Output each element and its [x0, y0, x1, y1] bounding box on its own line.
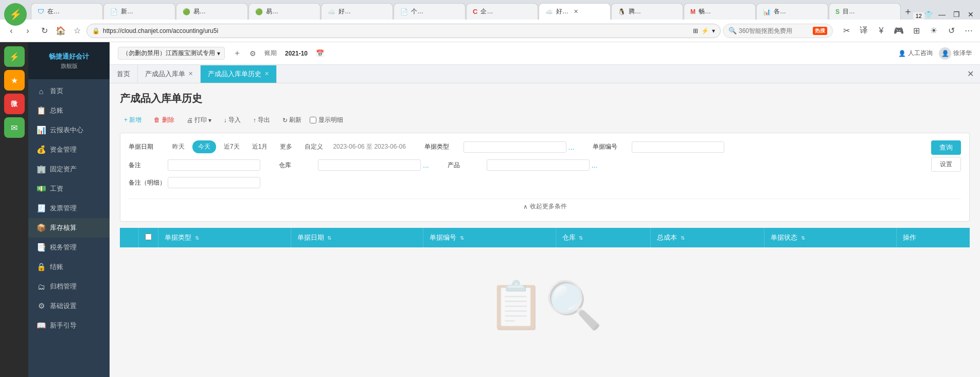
- home-button[interactable]: 🏠: [54, 24, 68, 38]
- tab[interactable]: 📄 新…: [103, 3, 175, 20]
- sidebar-weibo-icon[interactable]: 微: [4, 94, 25, 114]
- grid2-button[interactable]: ⊞: [909, 24, 923, 38]
- collapse-filter-button[interactable]: ∧ 收起更多条件: [129, 199, 961, 214]
- tab2-close-icon[interactable]: ✕: [264, 70, 269, 77]
- breadcrumb-tab2[interactable]: 产成品入库单历史 ✕: [201, 65, 277, 83]
- dropdown-icon[interactable]: ▾: [712, 27, 715, 34]
- tab-close-8[interactable]: ✕: [574, 8, 578, 15]
- sort-cost-icon[interactable]: ⇅: [681, 235, 685, 241]
- user-profile-button[interactable]: 👤 徐泽华: [939, 47, 972, 60]
- print-dropdown-icon[interactable]: ▾: [208, 117, 211, 124]
- date-today[interactable]: 今天: [192, 140, 216, 153]
- table-settings-icon[interactable]: ⚙: [126, 234, 132, 242]
- sidebar-item-funds[interactable]: 💰 资金管理: [28, 140, 110, 159]
- sidebar-item-invoice[interactable]: 🧾 发票管理: [28, 199, 110, 218]
- number-filter-input[interactable]: [632, 141, 724, 153]
- bookmark-button[interactable]: ☆: [70, 24, 84, 38]
- detail-remark-input[interactable]: [168, 177, 260, 188]
- tab[interactable]: ☁️ 好…: [321, 3, 393, 20]
- reload-button[interactable]: ↻: [37, 24, 51, 38]
- th-date[interactable]: 单据日期 ⇅: [291, 228, 423, 247]
- product-more-button[interactable]: ...: [592, 161, 598, 169]
- search-box[interactable]: 🔍 热搜: [723, 24, 833, 38]
- tab[interactable]: 📄 个…: [394, 3, 466, 20]
- sort-status-icon[interactable]: ⇅: [801, 235, 805, 241]
- date-custom[interactable]: 自定义: [300, 140, 328, 153]
- sort-number-icon[interactable]: ⇅: [460, 235, 464, 241]
- sidebar-item-home[interactable]: ⌂ 首页: [28, 81, 110, 101]
- th-checkbox[interactable]: [139, 228, 158, 247]
- address-bar[interactable]: 🔒 https://cloud.chanjet.com/accounting/u…: [86, 24, 721, 38]
- sidebar-item-archive[interactable]: 🗂 归档管理: [28, 277, 110, 296]
- game-button[interactable]: 🎮: [892, 24, 906, 38]
- tab[interactable]: 🟢 易…: [176, 3, 248, 20]
- tab[interactable]: S 目…: [829, 3, 901, 20]
- th-type[interactable]: 单据类型 ⇅: [158, 228, 291, 247]
- yuan-button[interactable]: ¥: [874, 24, 888, 38]
- warehouse-filter-input[interactable]: [318, 159, 421, 171]
- breadcrumb-tab1[interactable]: 产成品入库单 ✕: [138, 65, 201, 83]
- sidebar-item-close[interactable]: 🔒 结账: [28, 257, 110, 277]
- th-number[interactable]: 单据编号 ⇅: [423, 228, 556, 247]
- new-tab-button[interactable]: ＋: [903, 3, 913, 20]
- sidebar-item-ledger[interactable]: 📋 总账: [28, 101, 110, 120]
- add-button[interactable]: + 新增: [120, 114, 146, 127]
- sidebar-item-tax[interactable]: 📑 税务管理: [28, 238, 110, 257]
- tab-active[interactable]: ☁️ 好… ✕: [539, 3, 611, 20]
- date-7days[interactable]: 近7天: [219, 140, 244, 153]
- th-settings[interactable]: ⚙: [120, 228, 139, 247]
- sidebar-mail-icon[interactable]: ✉: [4, 117, 25, 138]
- display-detail-toggle[interactable]: 显示明细: [310, 116, 343, 124]
- type-more-button[interactable]: ...: [568, 143, 575, 151]
- sun-button[interactable]: ☀: [926, 24, 941, 38]
- th-warehouse[interactable]: 仓库 ⇅: [556, 228, 650, 247]
- browser-logo[interactable]: ⚡: [4, 3, 27, 26]
- sidebar-item-guide[interactable]: 📖 新手引导: [28, 316, 110, 335]
- add-company-button[interactable]: ＋: [233, 48, 241, 59]
- tab[interactable]: 🐧 腾…: [611, 3, 683, 20]
- scissors-button[interactable]: ✂: [839, 24, 853, 38]
- date-more[interactable]: 更多: [275, 140, 297, 153]
- refresh2-button[interactable]: ↺: [944, 24, 958, 38]
- product-filter-input[interactable]: [487, 159, 590, 171]
- sidebar-item-reports[interactable]: 📊 云报表中心: [28, 120, 110, 140]
- tab[interactable]: M 畅…: [684, 3, 756, 20]
- forward-button[interactable]: ›: [21, 24, 35, 38]
- print-button[interactable]: 🖨 打印 ▾: [183, 114, 216, 127]
- maximize-button[interactable]: ❐: [951, 9, 961, 20]
- sidebar-360-icon[interactable]: ⚡: [4, 46, 25, 67]
- breadcrumb-home[interactable]: 首页: [110, 65, 138, 83]
- export-button[interactable]: ↑ 导出: [249, 114, 274, 127]
- settings-gear-button[interactable]: ⚙: [250, 49, 256, 58]
- tab[interactable]: 📊 各…: [756, 3, 828, 20]
- close-button[interactable]: ✕: [966, 9, 976, 20]
- delete-button[interactable]: 🗑 删除: [150, 114, 178, 127]
- date-yesterday[interactable]: 昨天: [168, 140, 189, 153]
- minimize-button[interactable]: —: [937, 9, 947, 20]
- sidebar-item-settings[interactable]: ⚙ 基础设置: [28, 296, 110, 316]
- sort-date-icon[interactable]: ⇅: [327, 235, 331, 241]
- more-button[interactable]: ⋯: [961, 24, 976, 38]
- select-all-checkbox[interactable]: [145, 234, 152, 240]
- import-button[interactable]: ↓ 导入: [220, 114, 245, 127]
- th-status[interactable]: 单据状态 ⇅: [764, 228, 897, 247]
- sidebar-star-icon[interactable]: ★: [4, 70, 25, 91]
- panel-close-button[interactable]: ✕: [961, 65, 980, 83]
- sidebar-item-salary[interactable]: 💵 工资: [28, 179, 110, 199]
- sort-type-icon[interactable]: ⇅: [195, 235, 199, 241]
- warehouse-more-button[interactable]: ...: [423, 161, 429, 169]
- tab[interactable]: C 企…: [466, 3, 538, 20]
- remark-filter-input[interactable]: [168, 159, 260, 171]
- sidebar-item-inventory[interactable]: 📦 库存核算: [28, 218, 110, 238]
- ai-consult-button[interactable]: 👤 人工咨询: [898, 49, 933, 58]
- tab1-close-icon[interactable]: ✕: [188, 70, 193, 77]
- translate-button[interactable]: 译: [857, 24, 871, 38]
- date-1month[interactable]: 近1月: [247, 140, 273, 153]
- refresh-button[interactable]: ↻ 刷新: [278, 114, 306, 127]
- sidebar-item-assets[interactable]: 🏢 固定资产: [28, 159, 110, 179]
- display-detail-checkbox[interactable]: [310, 117, 316, 123]
- search-input[interactable]: [739, 27, 811, 34]
- company-selector[interactable]: （勿删勿禁用）江西服宝测试专用 ▾: [118, 47, 225, 60]
- calendar-icon[interactable]: 📅: [316, 49, 324, 57]
- th-cost[interactable]: 总成本 ⇅: [650, 228, 764, 247]
